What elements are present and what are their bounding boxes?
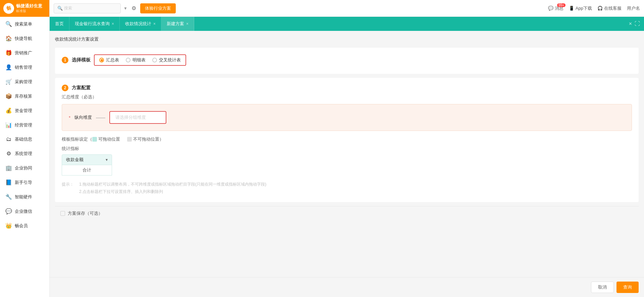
tab-new-plan-label: 新建方案 <box>167 21 184 27</box>
step1-num: 1 <box>62 57 68 63</box>
online-service-label: 在线客服 <box>604 5 622 11</box>
save-option-section: 方案保存（可选） <box>55 206 639 220</box>
topbar-right: 💬 消息 99+ 📱 App下载 🎧 在线客服 用户名 <box>548 5 640 11</box>
required-star: * <box>69 115 70 120</box>
indicator-settings: 模板指标设定（ 可拖动位置 不可拖动位置） 统计指标 收款金额 <box>62 136 632 176</box>
tab-cash-flow[interactable]: 现金银行流水查询 × <box>69 17 120 31</box>
tip-item-1: 2.点击标题栏下拉可设置排序、插入列和删除列 <box>62 188 632 196</box>
sidebar-item-system[interactable]: ⚙ 系统管理 <box>0 146 49 161</box>
operations-icon: 📊 <box>5 122 12 128</box>
sidebar-item-member[interactable]: 👑 畅会员 <box>0 218 49 233</box>
tab-new-plan-close[interactable]: × <box>186 21 189 26</box>
sidebar-item-marketing[interactable]: 🎁 营销推广 <box>0 46 49 60</box>
vertical-dim-label: 纵向维度 <box>74 114 92 120</box>
message-item[interactable]: 💬 消息 99+ <box>548 5 564 11</box>
sidebar-item-label: 搜索菜单 <box>15 21 32 27</box>
service-icon: 🎧 <box>597 6 603 11</box>
sidebar-item-sales[interactable]: 👤 销售管理 <box>0 60 49 75</box>
cancel-button[interactable]: 取消 <box>591 282 614 293</box>
sidebar-item-label: 新手引导 <box>15 180 32 186</box>
app-download-item[interactable]: 📱 App下载 <box>569 5 592 11</box>
template-selection-box: 汇总表 明细表 交叉统计表 <box>94 54 186 66</box>
sidebar-item-purchase[interactable]: 🛒 采购管理 <box>0 75 49 89</box>
dimension-section-title: 汇总维度（必选） <box>62 94 632 100</box>
tab-collection-stats[interactable]: 收款情况统计 × <box>120 17 161 31</box>
sidebar-item-label: 经营管理 <box>15 122 32 128</box>
radio-detail-circle <box>126 58 130 62</box>
footer: 取消 查询 <box>50 277 644 297</box>
sidebar-item-capital[interactable]: 💰 资金管理 <box>0 103 49 118</box>
radio-cross-label: 交叉统计表 <box>159 57 181 63</box>
tab-cash-flow-close[interactable]: × <box>112 21 114 26</box>
sidebar-item-search-menu[interactable]: 🔍 搜索菜单 <box>0 17 49 31</box>
query-button[interactable]: 查询 <box>616 282 639 293</box>
topbar-chevron-icon[interactable]: ▼ <box>123 6 127 11</box>
tab-collection-stats-close[interactable]: × <box>153 21 156 26</box>
system-icon: ⚙ <box>5 150 12 157</box>
step2-label: 方案配置 <box>72 85 91 91</box>
sidebar-item-base-info[interactable]: 🗂 基础信息 <box>0 132 49 146</box>
indicator-header-cell[interactable]: 收款金额 ▾ <box>62 154 112 165</box>
step2-num: 2 <box>62 85 68 91</box>
sidebar-item-label: 企业协同 <box>15 165 32 171</box>
fixed-indicator <box>127 137 132 142</box>
save-option-label: 方案保存（可选） <box>68 210 103 216</box>
save-checkbox[interactable] <box>60 211 65 216</box>
sidebar-item-label: 资金管理 <box>15 108 32 114</box>
sidebar-item-label: 快捷导航 <box>15 36 32 42</box>
sidebar-item-smart-hardware[interactable]: 🔧 智能硬件 <box>0 190 49 204</box>
page-title: 收款情况统计方案设置 <box>55 36 639 42</box>
dimension-arrow: —— <box>96 115 105 120</box>
legend-draggable: 可拖动位置 <box>92 136 120 142</box>
dimension-select[interactable]: 请选择分组维度 <box>109 111 166 124</box>
sidebar-item-quick-nav[interactable]: 🏠 快捷导航 <box>0 31 49 46</box>
sidebar: 畅 畅捷通好生意 标准版 🔍 搜索菜单 🏠 快捷导航 🎁 营销推广 👤 销售管理… <box>0 0 50 297</box>
radio-summary[interactable]: 汇总表 <box>99 57 119 63</box>
indicator-settings-row: 模板指标设定（ 可拖动位置 不可拖动位置） <box>62 136 632 142</box>
tab-window-btns: × ⛶ <box>629 21 644 27</box>
content-area: 收款情况统计方案设置 1 选择模板 汇总表 明细表 <box>50 31 644 277</box>
sidebar-item-enterprise-coop[interactable]: 🏢 企业协同 <box>0 161 49 175</box>
sidebar-logo: 畅 畅捷通好生意 标准版 <box>0 0 49 17</box>
search-box[interactable]: 🔍 搜索 <box>54 3 121 13</box>
message-badge: 99+ <box>557 3 566 7</box>
tab-cash-flow-label: 现金银行流水查询 <box>75 21 110 27</box>
base-info-icon: 🗂 <box>5 136 12 142</box>
gear-icon[interactable]: ⚙ <box>131 5 136 11</box>
sidebar-item-label: 库存核算 <box>15 93 32 99</box>
legend-draggable-label: 可拖动位置 <box>98 136 120 142</box>
sidebar-item-enterprise-wechat[interactable]: 💬 企业微信 <box>0 204 49 218</box>
purchase-icon: 🛒 <box>5 79 12 85</box>
radio-cross-circle <box>152 58 157 62</box>
logo-name: 畅捷通好生意 <box>16 3 42 9</box>
tab-collection-stats-label: 收款情况统计 <box>125 21 151 27</box>
step2-card: 2 方案配置 汇总维度（必选） * 纵向维度 —— 请选择分组维度 <box>55 78 639 202</box>
search-menu-icon: 🔍 <box>5 21 12 27</box>
industry-btn[interactable]: 体验行业方案 <box>140 3 176 13</box>
indicator-chevron-icon[interactable]: ▾ <box>106 157 108 162</box>
capital-icon: 💰 <box>5 107 12 114</box>
tab-home[interactable]: 首页 <box>50 17 69 31</box>
sidebar-item-operations[interactable]: 📊 经营管理 <box>0 118 49 132</box>
quick-nav-icon: 🏠 <box>5 35 12 42</box>
username: 用户名 <box>627 5 640 11</box>
sidebar-item-label: 基础信息 <box>15 136 32 142</box>
radio-summary-circle <box>99 58 104 62</box>
radio-detail[interactable]: 明细表 <box>126 57 146 63</box>
tips-section: 提示： 1.拖动标题栏可以调整布局，不可跨维度或指标区域拖动栏目字段(只能在同一… <box>62 181 632 195</box>
member-icon: 👑 <box>5 222 12 229</box>
online-service-item[interactable]: 🎧 在线客服 <box>597 5 622 11</box>
sidebar-item-beginner[interactable]: 📘 新手引导 <box>0 175 49 190</box>
search-placeholder: 搜索 <box>64 5 72 11</box>
sidebar-item-label: 畅会员 <box>15 223 28 229</box>
maximize-window-icon[interactable]: ⛶ <box>635 21 640 27</box>
tab-new-plan[interactable]: 新建方案 × <box>161 17 194 31</box>
download-icon: 📱 <box>569 6 574 11</box>
radio-cross[interactable]: 交叉统计表 <box>152 57 181 63</box>
dimension-row: * 纵向维度 —— 请选择分组维度 <box>69 111 625 124</box>
message-icon: 💬 <box>548 6 553 11</box>
enterprise-coop-icon: 🏢 <box>5 165 12 171</box>
sidebar-item-inventory[interactable]: 📦 库存核算 <box>0 89 49 103</box>
close-window-icon[interactable]: × <box>629 21 632 27</box>
logo-badge: 标准版 <box>16 9 42 13</box>
